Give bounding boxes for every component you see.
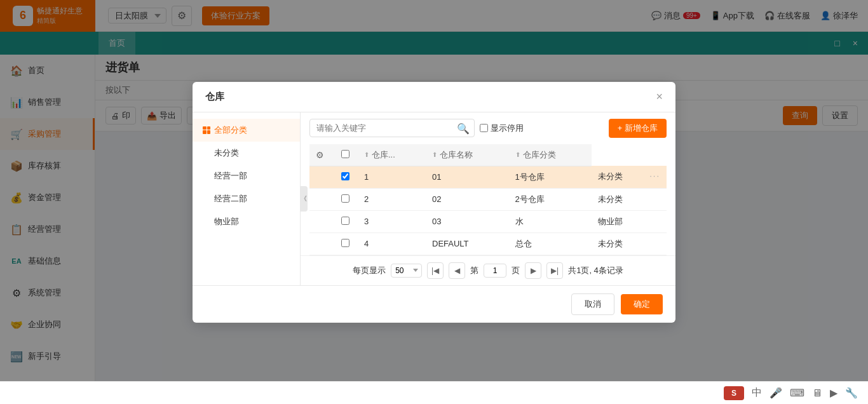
row-name: 1号仓库: [509, 166, 592, 188]
table-row[interactable]: 3 03 水 物业部: [309, 210, 667, 232]
data-table: ⚙ ⬆ 仓库...: [301, 144, 675, 255]
add-warehouse-button[interactable]: + 新增仓库: [609, 119, 667, 138]
tree-collapse-button[interactable]: 《: [300, 186, 308, 212]
row-code: 03: [426, 210, 509, 232]
row-code: 01: [426, 166, 509, 188]
page-number-input[interactable]: [484, 264, 506, 278]
th-checkbox: [335, 144, 358, 166]
bottom-icon-keyboard[interactable]: ⌨: [790, 387, 804, 399]
modal-footer: 取消 确定: [193, 285, 675, 323]
pagination-bar: 每页显示 50 10 20 100 |◀ ◀ 第 页 ▶ ▶| 共1页, 4条记…: [301, 255, 675, 285]
next-page-button[interactable]: ▶: [525, 262, 541, 279]
row-checkbox[interactable]: [341, 194, 349, 203]
last-page-button[interactable]: ▶|: [546, 262, 563, 279]
row-name: 水: [509, 210, 592, 232]
search-input[interactable]: [309, 119, 475, 137]
tree-item-operation1[interactable]: 经营一部: [193, 165, 300, 187]
table-head: ⚙ ⬆ 仓库...: [309, 144, 667, 166]
modal-title: 仓库: [205, 91, 224, 103]
row-more-button[interactable]: ···: [649, 171, 660, 180]
bottom-icon-mic[interactable]: 🎤: [770, 387, 782, 399]
modal-body: 全部分类 未分类 经营一部 经营二部 物业部 《: [193, 112, 675, 285]
table-body: 1 01 1号仓库 未分类··· 2 02 2号仓库 未分类 3 03 水 物业…: [309, 166, 667, 255]
th-settings: ⚙: [309, 144, 335, 166]
table-panel: 🔍 显示停用 + 新增仓库 ⚙: [301, 112, 675, 285]
table-row[interactable]: 4 DEFAULT 总仓 未分类: [309, 232, 667, 255]
row-index: 4: [358, 232, 426, 255]
row-gear-cell: [309, 210, 335, 232]
row-category: 未分类: [592, 232, 667, 255]
bottom-icon-wrench[interactable]: 🔧: [845, 387, 858, 399]
row-gear-cell: [309, 166, 335, 188]
select-all-checkbox[interactable]: [341, 150, 349, 158]
confirm-button[interactable]: 确定: [621, 294, 663, 314]
bottom-bar: S 中 🎤 ⌨ 🖥 ▶ 🔧: [0, 381, 868, 404]
modal-close-button[interactable]: ×: [656, 91, 663, 102]
row-index: 1: [358, 166, 426, 188]
table-row[interactable]: 2 02 2号仓库 未分类: [309, 188, 667, 210]
row-code: DEFAULT: [426, 232, 509, 255]
tree-item-operation2[interactable]: 经营二部: [193, 187, 300, 210]
page-size-select[interactable]: 50 10 20 100: [391, 264, 422, 278]
row-code: 02: [426, 188, 509, 210]
row-name: 2号仓库: [509, 188, 592, 210]
th-code: ⬆ 仓库...: [358, 144, 426, 166]
sort-icon-cat: ⬆: [515, 151, 520, 158]
show-disabled-label[interactable]: 显示停用: [480, 123, 524, 134]
bottom-icon-play[interactable]: ▶: [830, 387, 837, 399]
sort-icon: ⬆: [364, 151, 369, 158]
th-name: ⬆ 仓库名称: [426, 144, 509, 166]
tree-item-uncategorized[interactable]: 未分类: [193, 142, 300, 165]
row-index: 3: [358, 210, 426, 232]
table-row[interactable]: 1 01 1号仓库 未分类···: [309, 166, 667, 188]
row-checkbox[interactable]: [341, 172, 349, 180]
row-category: 未分类: [592, 188, 667, 210]
prev-page-button[interactable]: ◀: [449, 262, 465, 279]
search-icon[interactable]: 🔍: [457, 122, 470, 134]
modal-header: 仓库 ×: [193, 82, 675, 112]
grid-icon: [203, 126, 210, 134]
row-gear-cell: [309, 188, 335, 210]
row-checkbox[interactable]: [341, 217, 349, 225]
sort-icon-name: ⬆: [432, 151, 437, 158]
row-gear-cell: [309, 232, 335, 255]
th-category: ⬆ 仓库分类: [509, 144, 592, 166]
row-checkbox-cell: [335, 166, 358, 188]
row-category: 物业部: [592, 210, 667, 232]
bottom-icon-text[interactable]: 中: [752, 386, 762, 400]
table-toolbar: 🔍 显示停用 + 新增仓库: [301, 112, 675, 144]
warehouse-modal: 仓库 × 全部分类 未分类 经营一部: [193, 82, 675, 323]
row-checkbox-cell: [335, 232, 358, 255]
row-index: 2: [358, 188, 426, 210]
tree-item-all[interactable]: 全部分类: [193, 119, 300, 142]
column-settings-button[interactable]: ⚙: [316, 150, 324, 160]
tree-panel: 全部分类 未分类 经营一部 经营二部 物业部 《: [193, 112, 301, 285]
warehouse-table: ⚙ ⬆ 仓库...: [309, 144, 667, 255]
row-checkbox[interactable]: [341, 239, 349, 247]
cancel-button[interactable]: 取消: [571, 293, 614, 315]
show-disabled-checkbox[interactable]: [480, 124, 488, 132]
row-category: 未分类···: [592, 166, 667, 188]
bottom-logo: S: [724, 386, 744, 400]
row-name: 总仓: [509, 232, 592, 255]
first-page-button[interactable]: |◀: [427, 262, 444, 279]
search-wrap: 🔍: [309, 119, 475, 137]
tree-item-property[interactable]: 物业部: [193, 210, 300, 233]
bottom-icon-monitor[interactable]: 🖥: [812, 387, 822, 399]
row-checkbox-cell: [335, 210, 358, 232]
modal-overlay: 仓库 × 全部分类 未分类 经营一部: [0, 0, 868, 404]
row-checkbox-cell: [335, 188, 358, 210]
